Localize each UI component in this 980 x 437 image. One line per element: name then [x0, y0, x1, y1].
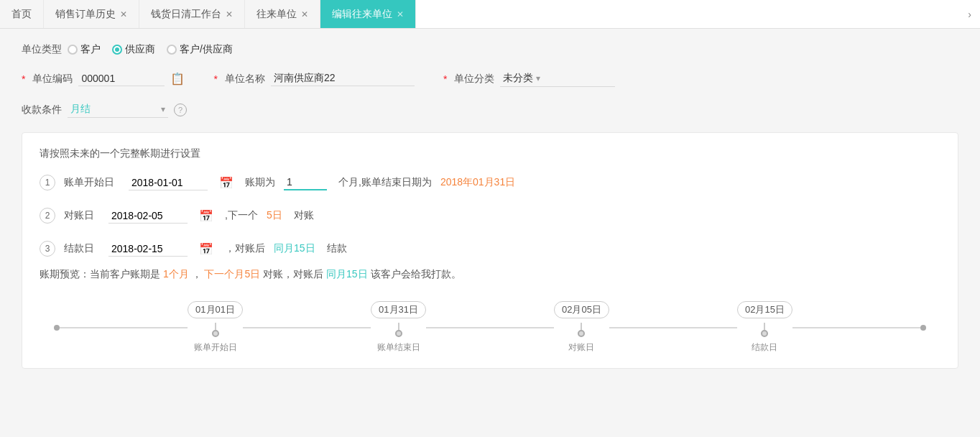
- step-label-2: 对账日: [64, 209, 94, 222]
- preview-suffix: 该客户会给我打款。: [371, 268, 461, 280]
- unit-name-input[interactable]: [271, 71, 415, 86]
- timeline-seg-0: [60, 327, 188, 328]
- step-row-2: 2 对账日 📅 ,下一个 5日 对账: [40, 208, 940, 224]
- payment-group: 收款条件 月结 ▾ ?: [22, 101, 187, 118]
- timeline-seg-1: [243, 327, 371, 328]
- timeline-start-dot: [54, 325, 60, 331]
- tab-home[interactable]: 首页: [0, 0, 44, 28]
- step-date-2[interactable]: [108, 208, 188, 224]
- step-desc-3b: 结款: [327, 242, 347, 255]
- step-period-input[interactable]: [284, 175, 327, 190]
- timeline: 01月01日 账单开始日 01月31日 账单结束日 02月05日 对账日: [40, 301, 940, 354]
- unit-code-label: 单位编码: [32, 73, 73, 86]
- radio-customer[interactable]: 客户: [68, 43, 101, 56]
- step-cal-2[interactable]: 📅: [199, 209, 213, 223]
- tab-sales-history[interactable]: 销售订单历史 ✕: [44, 0, 139, 28]
- step-highlight-3: 同月15日: [274, 242, 315, 255]
- tab-cash-close[interactable]: ✕: [226, 9, 233, 19]
- tab-edit-close[interactable]: ✕: [397, 9, 404, 19]
- timeline-label-3: 对账日: [568, 341, 594, 354]
- timeline-connector-4: [764, 323, 765, 330]
- step-desc-2a: ,下一个: [225, 209, 258, 222]
- radio-supplier-label: 供应商: [125, 43, 155, 56]
- timeline-date-3: 02月05日: [554, 301, 609, 318]
- unit-cat-select[interactable]: 未分类 ▾: [500, 70, 615, 87]
- tab-cash-work[interactable]: 钱货日清工作台 ✕: [139, 0, 245, 28]
- preview-mid2: 对账，对账后: [263, 268, 323, 280]
- unit-type-row: 单位类型 客户 供应商 客户/供应商: [22, 43, 958, 56]
- unit-code-star: *: [22, 73, 25, 85]
- preview-part3: 同月15日: [326, 268, 368, 280]
- step-date-1[interactable]: [129, 175, 208, 190]
- payment-label: 收款条件: [22, 104, 62, 116]
- timeline-node-3: 02月05日 对账日: [554, 301, 609, 354]
- timeline-label-1: 账单开始日: [194, 341, 237, 354]
- tab-more-button[interactable]: ›: [959, 0, 980, 28]
- setting-box: 请按照未来的一个完整帐期进行设置 1 账单开始日 📅 账期为 个月,账单结束日期…: [22, 132, 958, 369]
- timeline-seg-2: [426, 327, 554, 328]
- unit-code-icon[interactable]: 📋: [170, 72, 185, 86]
- unit-type-label: 单位类型: [22, 43, 62, 56]
- timeline-node-4: 02月15日 结款日: [737, 301, 792, 354]
- payment-select[interactable]: 月结 ▾: [68, 101, 168, 118]
- tab-sales-close[interactable]: ✕: [120, 9, 127, 19]
- radio-group: 客户 供应商 客户/供应商: [68, 43, 233, 56]
- timeline-connector-2: [398, 323, 399, 330]
- unit-cat-star: *: [443, 73, 447, 85]
- payment-arrow: ▾: [161, 104, 165, 114]
- unit-name-label: 单位名称: [225, 73, 265, 86]
- step-highlight-2: 5日: [267, 209, 282, 222]
- tab-cash-label: 钱货日清工作台: [151, 8, 221, 21]
- tab-partner-unit[interactable]: 往来单位 ✕: [245, 0, 320, 28]
- tab-edit-partner[interactable]: 编辑往来单位 ✕: [320, 0, 416, 28]
- timeline-dot-4: [761, 330, 768, 337]
- radio-both-label: 客户/供应商: [180, 43, 233, 56]
- radio-both[interactable]: 客户/供应商: [167, 43, 233, 56]
- step-row-3: 3 结款日 📅 ，对账后 同月15日 结款: [40, 241, 940, 257]
- help-icon[interactable]: ?: [174, 104, 187, 116]
- unit-name-group: * 单位名称: [213, 71, 414, 86]
- radio-supplier[interactable]: 供应商: [112, 43, 155, 56]
- timeline-label-2: 账单结束日: [377, 341, 420, 354]
- tab-partner-label: 往来单位: [256, 8, 297, 21]
- timeline-connector-3: [581, 323, 582, 330]
- step-num-3: 3: [40, 241, 55, 257]
- radio-customer-circle: [68, 45, 78, 55]
- setting-title: 请按照未来的一个完整帐期进行设置: [40, 147, 940, 160]
- payment-value: 月结: [70, 103, 158, 116]
- unit-code-input[interactable]: [78, 71, 165, 86]
- step-desc-3a: ，对账后: [225, 242, 265, 255]
- preview-part2: 下一个月5日: [204, 268, 260, 280]
- step-row-1: 1 账单开始日 📅 账期为 个月,账单结束日期为 2018年01月31日: [40, 175, 940, 190]
- step-num-1: 1: [40, 175, 55, 190]
- step-label-3: 结款日: [64, 242, 94, 255]
- timeline-label-4: 结款日: [752, 341, 777, 354]
- timeline-node-1: 01月01日 账单开始日: [188, 301, 243, 354]
- unit-category-group: * 单位分类 未分类 ▾: [443, 70, 615, 87]
- tab-bar: 首页 销售订单历史 ✕ 钱货日清工作台 ✕ 往来单位 ✕ 编辑往来单位 ✕ ›: [0, 0, 980, 29]
- preview-prefix: 账期预览：当前客户账期是: [40, 268, 160, 280]
- timeline-dot-3: [578, 330, 585, 337]
- preview-part1: 1个月: [163, 268, 189, 280]
- step-desc-1b: 个月,账单结束日期为: [338, 176, 432, 189]
- timeline-node-2: 01月31日 账单结束日: [371, 301, 426, 354]
- timeline-connector-1: [215, 323, 216, 330]
- tab-home-label: 首页: [11, 8, 32, 21]
- radio-both-circle: [167, 45, 177, 55]
- step-date-3[interactable]: [108, 242, 188, 257]
- step-cal-1[interactable]: 📅: [219, 176, 234, 190]
- radio-supplier-circle: [112, 45, 122, 55]
- unit-type-group: 单位类型 客户 供应商 客户/供应商: [22, 43, 233, 56]
- unit-name-star: *: [213, 73, 217, 85]
- timeline-date-2: 01月31日: [371, 301, 426, 318]
- unit-cat-label: 单位分类: [454, 73, 494, 86]
- step-cal-3[interactable]: 📅: [199, 242, 213, 256]
- main-content: 单位类型 客户 供应商 客户/供应商 * 单位编码: [0, 29, 980, 437]
- tab-partner-close[interactable]: ✕: [301, 9, 308, 19]
- timeline-seg-3: [609, 327, 737, 328]
- step-label-1: 账单开始日: [64, 176, 114, 189]
- timeline-seg-4: [792, 327, 920, 328]
- payment-row: 收款条件 月结 ▾ ?: [22, 101, 958, 118]
- unit-cat-arrow: ▾: [536, 73, 540, 83]
- tab-sales-label: 销售订单历史: [55, 8, 116, 21]
